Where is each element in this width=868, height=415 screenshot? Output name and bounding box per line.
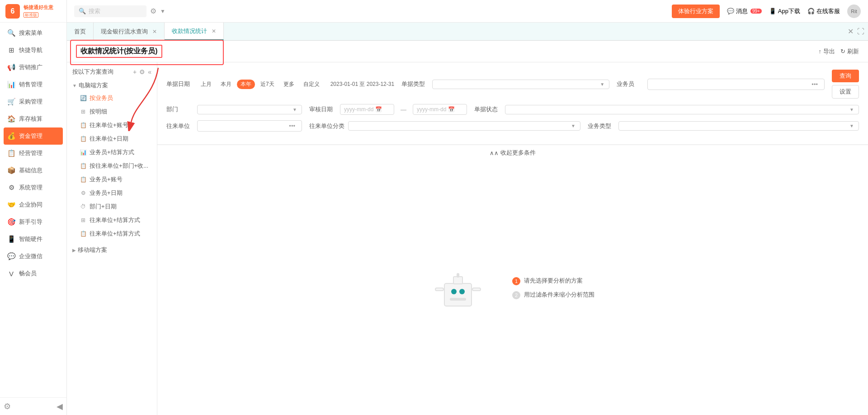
sidebar-item-system[interactable]: ⚙ 系统管理 [0, 179, 66, 196]
empty-state: 1 请先选择要分析的方案 2 用过滤条件来缩小分析范围 [157, 160, 868, 415]
marketing-icon: 📢 [7, 63, 15, 71]
scheme-group-pc-header[interactable]: ▼ 电脑端方案 [67, 80, 157, 91]
review-date-to[interactable]: yyyy-mm-dd 📅 [413, 104, 467, 115]
close-all-icon[interactable]: ✕ [848, 27, 854, 36]
collapse-text: ∧∧ 收起更多条件 [490, 149, 536, 157]
counterpart-select[interactable]: ••• [197, 120, 302, 132]
solution-btn[interactable]: 体验行业方案 [672, 5, 720, 18]
settings-btn[interactable]: 设置 [832, 85, 859, 99]
enterprise-icon: 🤝 [7, 201, 15, 209]
date-tab-custom[interactable]: 自定义 [300, 80, 323, 89]
svg-rect-5 [457, 273, 459, 278]
empty-tip-1: 1 请先选择要分析的方案 [512, 277, 594, 285]
scheme-item-salesperson-settlement[interactable]: 📊 业务员+结算方式 [67, 146, 157, 159]
scheme-item-detail[interactable]: ⊞ 按明细 [67, 105, 157, 118]
scheme-item-unit-settlement1[interactable]: ⊞ 往来单位+结算方式 [67, 213, 157, 227]
scheme-item-dept-date[interactable]: ⏱ 部门+日期 [67, 200, 157, 213]
query-btn[interactable]: 查询 [832, 70, 859, 82]
dropdown-arrow-icon[interactable]: ▼ [160, 8, 165, 14]
sidebar-item-label: 经营管理 [19, 149, 42, 157]
sidebar-item-inventory[interactable]: 🏠 库存核算 [0, 110, 66, 127]
logo-text: 畅捷通好生意 标准版 [24, 4, 53, 18]
dept-select[interactable]: ▼ [197, 105, 302, 114]
scheme-item-unit-account[interactable]: 📋 往来单位+账号 [67, 118, 157, 132]
scheme-item-unit-dept-collect[interactable]: 📋 按往来单位+部门+收... [67, 159, 157, 173]
doc-type-select[interactable]: ▼ [432, 80, 609, 89]
scheme-header: 按以下方案查询 + ⚙ « [67, 62, 157, 80]
salesperson-more-icon[interactable]: ••• [811, 81, 818, 88]
collapse-label: 收起更多条件 [500, 149, 536, 157]
sidebar-item-hardware[interactable]: 📱 智能硬件 [0, 231, 66, 248]
maximize-icon[interactable]: ⛶ [857, 28, 864, 36]
calendar-to-icon[interactable]: 📅 [448, 106, 455, 113]
date-tabs: 上月 本月 本年 近7天 更多 自定义 [197, 80, 323, 89]
date-tab-7days[interactable]: 近7天 [257, 80, 278, 89]
tab-bank-flow[interactable]: 现金银行流水查询 ✕ [94, 23, 165, 40]
tip-2-text: 用过滤条件来缩小分析范围 [524, 291, 594, 299]
online-service-btn[interactable]: 🎧 在线客服 [807, 7, 840, 15]
settings-icon[interactable]: ⚙ [150, 7, 156, 15]
sidebar-item-basic[interactable]: 📦 基础信息 [0, 162, 66, 179]
biz-type-select[interactable]: ▼ [618, 121, 859, 131]
tab-bank-flow-close[interactable]: ✕ [152, 28, 157, 35]
hardware-icon: 📱 [7, 235, 15, 243]
sidebar-item-purchase[interactable]: 🛒 采购管理 [0, 93, 66, 110]
review-date-from[interactable]: yyyy-mm-dd 📅 [340, 104, 394, 115]
page-title: 收款情况统计(按业务员) [76, 45, 162, 58]
export-btn[interactable]: ↑ 导出 [819, 47, 835, 56]
tab-collection-stat[interactable]: 收款情况统计 ✕ [165, 23, 224, 40]
sidebar-item-member[interactable]: V 畅会员 [0, 265, 66, 282]
sidebar-item-label: 企业协同 [19, 201, 42, 209]
app-download-label: App下载 [778, 7, 800, 15]
messages-btn[interactable]: 💬 消息 99+ [727, 7, 762, 15]
calendar-from-icon[interactable]: 📅 [375, 106, 382, 113]
doc-type-filter: 单据类型 ▼ [401, 80, 609, 89]
salesperson-select[interactable]: ••• [647, 79, 825, 90]
filter-area: 单据日期 上月 本月 本年 近7天 更多 自定义 2023-01-01 至 20… [157, 62, 868, 145]
collapse-bar[interactable]: ∧∧ 收起更多条件 [157, 145, 868, 160]
filter-panel: 单据日期 上月 本月 本年 近7天 更多 自定义 2023-01-01 至 20… [157, 62, 868, 415]
collapse-sidebar-icon[interactable]: ◀ [57, 401, 63, 411]
date-tab-last-month[interactable]: 上月 [197, 80, 215, 89]
sidebar-item-finance[interactable]: 💰 资金管理 [4, 127, 63, 145]
sidebar-item-search[interactable]: 🔍 搜索菜单 [0, 24, 66, 42]
sidebar-item-quicknav[interactable]: ⊞ 快捷导航 [0, 42, 66, 59]
date-tab-more[interactable]: 更多 [280, 80, 298, 89]
svg-rect-7 [472, 288, 481, 291]
sidebar-item-marketing[interactable]: 📢 营销推广 [0, 59, 66, 76]
scheme-item-unit-settlement2[interactable]: 📋 往来单位+结算方式 [67, 227, 157, 241]
scheme-item-detail-icon: ⊞ [80, 108, 87, 115]
svg-rect-4 [453, 277, 462, 284]
counterpart-category-select[interactable]: ▼ [348, 121, 580, 131]
scheme-add-icon[interactable]: + [133, 68, 137, 75]
scheme-item-unit-date[interactable]: 📋 往来单位+日期 [67, 132, 157, 146]
doc-type-label: 单据类型 [401, 80, 429, 88]
counterpart-more-icon[interactable]: ••• [287, 123, 297, 129]
sidebar-item-guide[interactable]: 🎯 新手引导 [0, 213, 66, 231]
scheme-collapse-icon[interactable]: « [148, 68, 151, 75]
user-avatar[interactable]: Rit [847, 5, 861, 18]
sidebar-item-operations[interactable]: 📋 经营管理 [0, 145, 66, 162]
tab-home[interactable]: 首页 [67, 23, 94, 40]
svg-rect-1 [451, 289, 457, 294]
scheme-item-salesperson[interactable]: 🔄 按业务员 [67, 91, 157, 105]
scheme-item-salesperson-account[interactable]: 📋 业务员+账号 [67, 173, 157, 186]
settings-footer-icon[interactable]: ⚙ [4, 401, 11, 411]
tip-1-num: 1 [512, 277, 520, 285]
review-date-label: 审核日期 [309, 105, 336, 113]
date-tab-this-year[interactable]: 本年 [237, 80, 255, 89]
scheme-settings-icon[interactable]: ⚙ [139, 68, 145, 75]
date-tab-this-month[interactable]: 本月 [217, 80, 235, 89]
tab-collection-stat-close[interactable]: ✕ [212, 28, 216, 34]
sidebar-item-enterprise[interactable]: 🤝 企业协同 [0, 196, 66, 213]
sidebar-item-wechat[interactable]: 💬 企业微信 [0, 248, 66, 265]
svg-rect-6 [435, 288, 443, 291]
refresh-btn[interactable]: ↻ 刷新 [840, 47, 859, 56]
search-bar[interactable]: 🔍 搜索 [74, 5, 146, 17]
sidebar-item-sales[interactable]: 📊 销售管理 [0, 76, 66, 93]
doc-type-arrow-icon: ▼ [600, 82, 604, 87]
app-download-btn[interactable]: 📱 App下载 [769, 7, 800, 15]
scheme-group-mobile-header[interactable]: ▶ 移动端方案 [67, 244, 157, 256]
scheme-item-salesperson-date[interactable]: ⚙ 业务员+日期 [67, 186, 157, 200]
doc-status-select[interactable]: ▼ [505, 105, 859, 114]
